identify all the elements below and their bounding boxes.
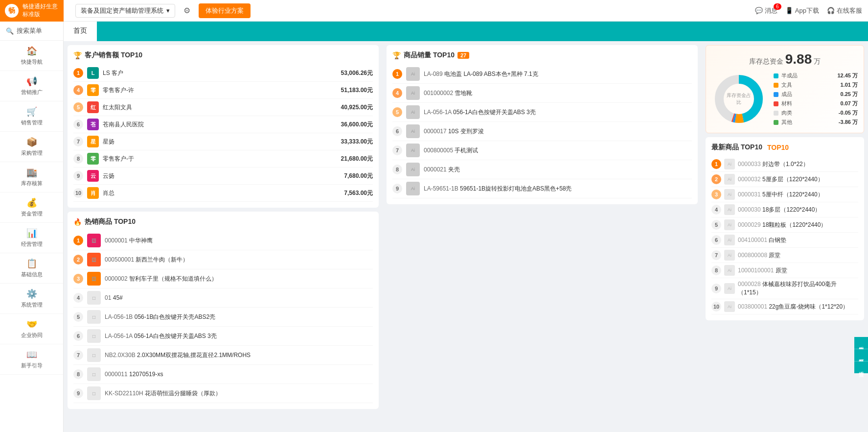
product-thumb: Ai — [406, 86, 420, 100]
message-button[interactable]: 💬 消息 6 — [755, 6, 777, 15]
tab-home[interactable]: 首页 — [64, 22, 97, 41]
rank-number: 1 — [392, 69, 402, 79]
product-thumb: 🖼 — [87, 234, 101, 247]
legend-dot — [774, 73, 778, 78]
message-icon: 💬 — [755, 7, 763, 14]
product-info: LA-056-1B 056-1B白色按键开关壳ABS2壳 — [105, 313, 373, 321]
service-community-button[interactable]: 服务社区 — [854, 349, 868, 361]
product-info: 004100001 白钢垫 — [738, 236, 858, 244]
sidebar-item-operations[interactable]: 📊 经营管理 — [0, 223, 63, 253]
legend-dot — [774, 120, 778, 125]
rank-item: 1 L LS 客户 53,006.26元 — [73, 65, 373, 82]
mid-left-column: 🏆 客户销售额 TOP10 1 L LS 客户 53,006.26元 4 零 — [64, 41, 383, 432]
logo-text: 畅捷通好生意 标准版 — [23, 3, 58, 18]
customer-service-button[interactable]: 客服热线 — [854, 337, 868, 349]
sidebar: 🔍 搜索菜单 🏠 快捷导航 📢 营销推广 🛒 销售管理 📦 采购管理 🏬 库存核… — [0, 22, 64, 432]
legend-item: 文具 1.01 万 — [774, 80, 858, 90]
legend-item: 肉类 -0.05 万 — [774, 108, 858, 118]
product-info: LA-089 电池盖 LA-089 ABS本色+黑种 7.1克 — [424, 70, 692, 78]
gear-button[interactable]: ⚙ — [180, 4, 194, 18]
legend-dot — [774, 111, 778, 116]
sidebar-item-guide[interactable]: 📖 新手引导 — [0, 344, 63, 375]
product-item: 9 Ai LA-59651-1B 59651-1B旋转投影灯电池盒ABS黑色+5… — [392, 179, 692, 198]
product-thumb: Ai — [724, 159, 735, 169]
app-download-button[interactable]: 📱 App下载 — [785, 6, 819, 15]
inventory-icon: 🏬 — [26, 167, 37, 178]
product-info: 0000011 12070519-xs — [105, 371, 373, 378]
product-thumb: Ai — [724, 204, 735, 215]
system-selector[interactable]: 装备及固定资产辅助管理系统 ▾ — [75, 4, 175, 18]
sidebar-item-home[interactable]: 🏠 快捷导航 — [0, 41, 63, 71]
rank-number-1: 1 — [73, 68, 83, 78]
rank-number: 10 — [711, 302, 721, 312]
rank-number: 9 — [73, 171, 83, 181]
live-stream-button[interactable]: 直播 — [854, 361, 868, 373]
newest-product-item: 10 Ai 003800001 22g鱼豆腐-烧烤味（1*12*20） — [711, 299, 858, 314]
message-badge: 6 — [774, 3, 781, 10]
customer-avatar: 星 — [87, 136, 99, 147]
finance-icon: 💰 — [26, 197, 37, 208]
trophy-icon: 🏆 — [73, 51, 82, 59]
logo-area: 畅 畅捷通好生意 标准版 — [0, 0, 64, 22]
product-item: 3 🖼 0000002 智利车子里（规格不知道填什么） — [73, 269, 373, 288]
product-item: 4 Ai 001000002 雪地靴 — [392, 84, 692, 103]
newest-product-list: 1 Ai 0000033 封边带（1.0*22） 2 Ai 0000032 — [711, 157, 858, 314]
trial-button[interactable]: 体验行业方案 — [199, 3, 251, 18]
mobile-icon: 📱 — [785, 7, 793, 14]
search-menu-item[interactable]: 🔍 搜索菜单 — [0, 22, 63, 41]
rank-number: 5 — [392, 107, 402, 117]
trophy-icon-2: 🏆 — [392, 51, 401, 59]
right-panel: 库存总资金 9.88 万 — [702, 41, 868, 432]
rank-number: 6 — [711, 235, 721, 245]
rank-number: 6 — [73, 120, 83, 129]
rank-item: 4 零 零售客户-许 51,183.00元 — [73, 82, 373, 99]
home-icon: 🏠 — [26, 46, 37, 56]
product-volume-list: 1 Ai LA-089 电池盖 LA-089 ABS本色+黑种 7.1克 4 A… — [392, 65, 692, 198]
product-info: 0000029 18颗粒板（1220*2440） — [738, 221, 858, 229]
rank-item: 8 零 零售客户-于 21,680.00元 — [73, 150, 373, 168]
legend-item: 材料 0.07 万 — [774, 99, 858, 108]
inventory-card: 库存总资金 9.88 万 — [706, 45, 864, 133]
customer-top10-card: 🏆 客户销售额 TOP10 1 L LS 客户 53,006.26元 4 零 — [68, 45, 379, 208]
legend-dot — [774, 92, 778, 97]
content-header: 首页 — [64, 22, 868, 41]
sidebar-item-purchase[interactable]: 📦 采购管理 — [0, 132, 63, 162]
product-info: NB2.0X30B 2.0X30MM双摆花轴,摆花直径2.1MM/ROHS — [105, 351, 373, 360]
product-item: 8 □ 0000011 12070519-xs — [73, 365, 373, 384]
sidebar-item-sales[interactable]: 🛒 销售管理 — [0, 101, 63, 132]
product-thumb: 🖼 — [87, 272, 101, 286]
product-info: 000800005 手机测试 — [424, 146, 692, 155]
product-info: 0000021 夹壳 — [424, 166, 692, 174]
product-thumb: □ — [87, 329, 101, 343]
rank-number: 1 — [73, 236, 83, 245]
product-volume-title: 🏆 商品销量 TOP10 27 — [392, 51, 692, 60]
product-item: 2 🖼 000500001 新西兰牛肉（新牛） — [73, 250, 373, 269]
product-info: 0000017 10S 变刑罗浚 — [424, 127, 692, 136]
rank-number: 9 — [711, 284, 721, 293]
product-thumb: □ — [87, 348, 101, 362]
sidebar-item-basic-info[interactable]: 📋 基础信息 — [0, 253, 63, 284]
mid-right-column: 🏆 商品销量 TOP10 27 1 Ai LA-089 电池盖 LA-089 A… — [383, 41, 702, 432]
product-info: 0000031 5厘中纤（1220*2440） — [738, 191, 858, 199]
product-info: LA-056-1A 056-1A白色按键开关盖ABS 3壳 — [105, 332, 373, 340]
online-service-button[interactable]: 🎧 在线客服 — [827, 6, 862, 15]
guide-icon: 📖 — [26, 349, 37, 360]
sidebar-item-inventory[interactable]: 🏬 库存核算 — [0, 162, 63, 192]
newest-product-item: 9 Ai 0000028 体械嘉枝味苏打饮品400毫升（1*15） — [711, 278, 858, 299]
product-item: 6 □ LA-056-1A 056-1A白色按键开关盖ABS 3壳 — [73, 327, 373, 346]
customer-avatar: L — [87, 67, 99, 79]
customer-avatar: 肖 — [87, 187, 99, 199]
newest-product-item: 2 Ai 0000032 5厘多层（1220*2440） — [711, 172, 858, 187]
product-thumb: Ai — [406, 163, 420, 176]
product-info: 0000032 5厘多层（1220*2440） — [738, 175, 858, 184]
sidebar-item-finance[interactable]: 💰 资金管理 — [0, 192, 63, 223]
hot-products-title: 🔥 热销商品 TOP10 — [73, 217, 373, 226]
product-info: 000500001 新西兰牛肉（新牛） — [105, 256, 373, 264]
rank-number: 7 — [73, 350, 83, 360]
rank-number-2: 4 — [73, 85, 83, 95]
newest-top10-label: TOP10 — [767, 144, 789, 151]
sidebar-item-marketing[interactable]: 📢 营销推广 — [0, 71, 63, 101]
sidebar-item-enterprise[interactable]: 🤝 企业协同 — [0, 314, 63, 344]
product-info: LA-056-1A 056-1A白色按键开关盖ABS 3壳 — [424, 108, 692, 117]
sidebar-item-system[interactable]: ⚙️ 系统管理 — [0, 284, 63, 314]
